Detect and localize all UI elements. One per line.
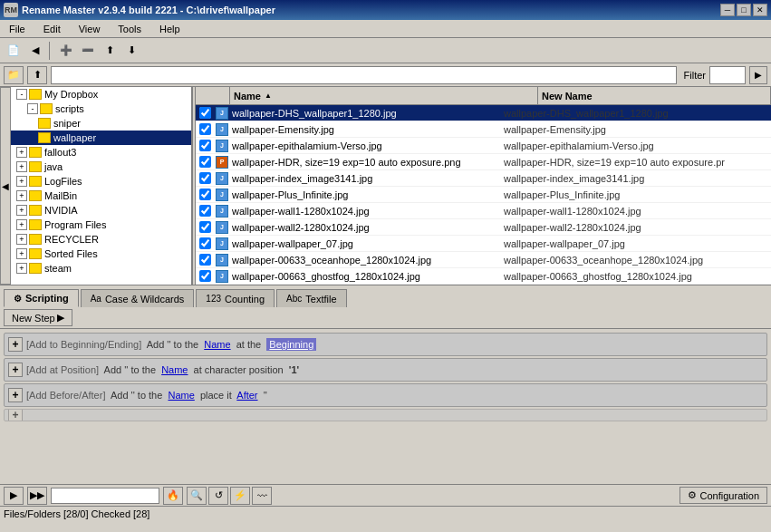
tree-item-scripts[interactable]: - scripts (11, 102, 191, 116)
tree-label-programfiles: Program Files (44, 219, 106, 230)
step-text-0: [Add to Beginning/Ending] Add '' to the … (26, 339, 763, 350)
step-expand-0[interactable]: + (8, 337, 23, 352)
toolbar-btn5[interactable]: ⬇ (121, 41, 141, 61)
menu-view[interactable]: View (73, 22, 106, 36)
row-checkbox-9[interactable] (196, 254, 214, 266)
left-nav-arrow[interactable]: ◀ (0, 87, 11, 285)
step-expand-2[interactable]: + (8, 388, 23, 402)
tree-item-programfiles[interactable]: + Program Files (11, 218, 191, 232)
step-link-after-2[interactable]: After (236, 390, 257, 401)
expand-sortedfiles[interactable]: + (16, 248, 27, 259)
configuration-button[interactable]: ⚙ Configuration (679, 487, 767, 504)
textfile-tab-icon: Abc (286, 294, 302, 304)
toolbar-btn3[interactable]: ➖ (78, 41, 98, 61)
expand-java[interactable]: + (16, 161, 27, 172)
row-checkbox-6[interactable] (196, 205, 214, 217)
menu-tools[interactable]: Tools (112, 22, 147, 36)
tab-scripting[interactable]: ⚙ Scripting (4, 289, 79, 307)
expand-mailbin[interactable]: + (16, 190, 27, 201)
row-checkbox-8[interactable] (196, 237, 214, 249)
tree-item-recycler[interactable]: + RECYCLER (11, 232, 191, 247)
table-row[interactable]: J wallpaper-wallpaper_07.jpg wallpaper-w… (196, 236, 771, 252)
toolbar-new-btn[interactable]: 📄 (4, 41, 24, 61)
tree-item-steam[interactable]: + steam (11, 261, 191, 276)
execute-btn[interactable]: ⚡ (230, 487, 250, 505)
toolbar-prev-btn[interactable]: ◀ (25, 41, 45, 61)
menu-file[interactable]: File (4, 22, 31, 36)
up-folder-btn[interactable]: ⬆ (27, 66, 47, 84)
maximize-button[interactable]: □ (737, 4, 751, 16)
menu-edit[interactable]: Edit (38, 22, 66, 36)
row-checkbox-1[interactable] (196, 123, 214, 135)
tree-label-fallout3: fallout3 (44, 147, 76, 158)
table-row[interactable]: J wallpaper-index_image3141.jpg wallpape… (196, 170, 771, 187)
row-checkbox-5[interactable] (196, 189, 214, 200)
step-expand-1[interactable]: + (8, 363, 23, 377)
expand-fallout3[interactable]: + (16, 147, 27, 158)
file-tree: - My Dropbox - scripts sniper wallpaper … (11, 87, 192, 285)
tree-item-java[interactable]: + java (11, 160, 191, 174)
tree-item-mailbin[interactable]: + MailBin (11, 189, 191, 203)
step-link-name-1[interactable]: Name (161, 364, 188, 375)
table-row[interactable]: J wallpaper-wall2-1280x1024.jpg wallpape… (196, 219, 771, 236)
expand-steam[interactable]: + (16, 263, 27, 274)
refresh-btn[interactable]: ↺ (208, 487, 228, 505)
row-checkbox-3[interactable] (196, 156, 214, 168)
expand-nvidia[interactable]: + (16, 205, 27, 216)
row-checkbox-10[interactable] (196, 270, 214, 282)
minimize-button[interactable]: ─ (720, 4, 735, 16)
tree-item-mydropbox[interactable]: - My Dropbox (11, 87, 191, 102)
row-checkbox-0[interactable] (196, 107, 214, 119)
filter-apply-btn[interactable]: ▶ (749, 66, 767, 84)
tab-counting[interactable]: 123 Counting (196, 289, 275, 307)
table-row[interactable]: J wallpaper-Emensity.jpg wallpaper-Emens… (196, 121, 771, 138)
folder-icon-btn[interactable]: 📁 (4, 66, 24, 84)
row-newname-3: wallpaper-HDR, size=19 exp=10 auto expos… (504, 157, 771, 168)
row-name-6: wallpaper-wall1-1280x1024.jpg (232, 206, 504, 217)
tree-item-sortedfiles[interactable]: + Sorted Files (11, 247, 191, 261)
expand-logfiles[interactable]: + (16, 176, 27, 187)
step-link-beginning-0[interactable]: Beginning (266, 338, 316, 351)
tab-case-wildcards[interactable]: Aa Case & Wildcards (81, 289, 195, 307)
search-btn[interactable]: 🔍 (187, 487, 207, 505)
path-input[interactable]: C:\drivef\wallpaper (51, 66, 677, 84)
step-link-name-2[interactable]: Name (168, 390, 194, 401)
expand-mydropbox[interactable]: - (16, 89, 27, 100)
expand-programfiles[interactable]: + (16, 219, 27, 230)
row-checkbox-4[interactable] (196, 172, 214, 184)
script-file-input[interactable]: default.mscr (51, 488, 159, 504)
row-checkbox-7[interactable] (196, 221, 214, 233)
tree-item-sniper[interactable]: sniper (11, 116, 191, 131)
tree-item-nvidia[interactable]: + NVIDIA (11, 203, 191, 218)
table-row[interactable]: J wallpaper-00663_ghostfog_1280x1024.jpg… (196, 268, 771, 285)
toolbar-btn2[interactable]: ➕ (56, 41, 76, 61)
menu-help[interactable]: Help (154, 22, 186, 36)
toolbar-btn4[interactable]: ⬆ (100, 41, 120, 61)
filter-input[interactable]: *.* (709, 66, 746, 84)
tab-textfile[interactable]: Abc Textfile (276, 289, 346, 307)
table-row[interactable]: J wallpaper-Plus_Infinite.jpg wallpaper-… (196, 187, 771, 203)
tree-item-fallout3[interactable]: + fallout3 (11, 145, 191, 160)
table-row[interactable]: P wallpaper-HDR, size=19 exp=10 auto exp… (196, 154, 771, 170)
table-row[interactable]: J wallpaper-wall1-1280x1024.jpg wallpape… (196, 203, 771, 219)
expand-recycler[interactable]: + (16, 234, 27, 245)
step-link-name-0[interactable]: Name (204, 339, 230, 350)
table-row[interactable]: J wallpaper-epithalamium-Verso.jpg wallp… (196, 138, 771, 154)
extra-btn[interactable]: 〰 (252, 487, 272, 505)
scripting-tab-label: Scripting (25, 293, 69, 304)
new-step-button[interactable]: New Step ▶ (4, 309, 72, 326)
tree-item-wallpaper[interactable]: wallpaper (11, 131, 191, 145)
col-header-name[interactable]: Name ▲ (230, 87, 538, 104)
expand-scripts[interactable]: - (27, 103, 38, 114)
script-folder-btn[interactable]: 🔥 (163, 487, 183, 505)
close-button[interactable]: ✕ (753, 4, 767, 16)
tree-item-logfiles[interactable]: + LogFiles (11, 174, 191, 189)
table-row[interactable]: J wallpaper-DHS_wallpaper1_1280.jpg wall… (196, 105, 771, 121)
col-header-newname[interactable]: New Name (538, 87, 771, 104)
counting-tab-icon: 123 (206, 294, 221, 304)
row-checkbox-2[interactable] (196, 140, 214, 151)
stop-btn[interactable]: ▶▶ (27, 487, 47, 505)
step-expand-3[interactable]: + (8, 409, 23, 421)
play-btn[interactable]: ▶ (4, 487, 24, 505)
table-row[interactable]: J wallpaper-00633_oceanhope_1280x1024.jp… (196, 252, 771, 268)
